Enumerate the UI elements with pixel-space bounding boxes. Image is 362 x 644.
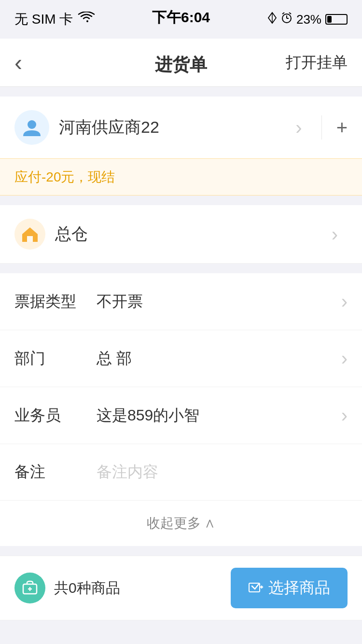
supplier-avatar bbox=[14, 110, 49, 145]
add-supplier-button[interactable]: + bbox=[336, 117, 348, 139]
invoice-label: 票据类型 bbox=[14, 291, 82, 312]
remark-row[interactable]: 备注 备注内容 bbox=[0, 444, 362, 500]
svg-point-5 bbox=[28, 120, 36, 129]
invoice-value: 不开票 bbox=[82, 291, 341, 312]
status-time: 下午6:04 bbox=[152, 8, 210, 28]
supplier-row[interactable]: 河南供应商22 › + bbox=[0, 97, 362, 158]
staff-row[interactable]: 业务员 这是859的小智 › bbox=[0, 387, 362, 444]
product-icon bbox=[14, 573, 45, 603]
dept-arrow-icon: › bbox=[341, 348, 348, 369]
vertical-divider bbox=[321, 115, 322, 140]
wifi-icon bbox=[78, 12, 95, 28]
warehouse-icon bbox=[14, 219, 45, 250]
page-title: 进货单 bbox=[155, 53, 207, 77]
warehouse-name: 总仓 bbox=[55, 223, 332, 245]
status-carrier: 无 SIM 卡 bbox=[14, 10, 95, 28]
product-count-area: 共0种商品 bbox=[14, 573, 120, 603]
staff-arrow-icon: › bbox=[341, 405, 348, 426]
battery-icon bbox=[325, 14, 348, 25]
form-card: 票据类型 不开票 › 部门 总 部 › 业务员 这是859的小智 › 备注 备注… bbox=[0, 273, 362, 546]
back-button[interactable]: ‹ bbox=[14, 49, 43, 76]
carrier-text: 无 SIM 卡 bbox=[14, 10, 73, 28]
battery-percent: 23% bbox=[296, 12, 321, 27]
staff-value: 这是859的小智 bbox=[82, 405, 341, 426]
invoice-type-row[interactable]: 票据类型 不开票 › bbox=[0, 273, 362, 330]
top-divider bbox=[0, 87, 362, 97]
bottom-bar: 共0种商品 选择商品 bbox=[0, 556, 362, 620]
department-row[interactable]: 部门 总 部 › bbox=[0, 330, 362, 387]
nav-bar: ‹ 进货单 打开挂单 bbox=[0, 39, 362, 87]
warehouse-row[interactable]: 总仓 › bbox=[0, 205, 362, 264]
invoice-arrow-icon: › bbox=[341, 291, 348, 312]
divider-3 bbox=[0, 264, 362, 273]
notice-text: 应付-20元，现结 bbox=[14, 169, 115, 184]
warehouse-arrow-icon: › bbox=[332, 224, 338, 245]
dept-value: 总 部 bbox=[82, 348, 341, 369]
dept-label: 部门 bbox=[14, 348, 82, 369]
location-icon bbox=[267, 12, 277, 28]
warehouse-card: 总仓 › bbox=[0, 205, 362, 264]
divider-2 bbox=[0, 196, 362, 205]
remark-placeholder[interactable]: 备注内容 bbox=[82, 462, 348, 483]
status-bar: 无 SIM 卡 下午6:04 23% bbox=[0, 0, 362, 39]
select-product-button[interactable]: 选择商品 bbox=[231, 568, 348, 608]
open-pending-button[interactable]: 打开挂单 bbox=[286, 52, 348, 73]
remark-label: 备注 bbox=[14, 462, 82, 483]
svg-rect-6 bbox=[27, 236, 33, 242]
supplier-name: 河南供应商22 bbox=[59, 116, 295, 139]
page-background bbox=[0, 620, 362, 644]
status-right: 23% bbox=[267, 12, 348, 28]
staff-label: 业务员 bbox=[14, 405, 82, 426]
supplier-arrow-icon: › bbox=[295, 117, 302, 139]
select-product-label: 选择商品 bbox=[268, 577, 330, 599]
collapse-row[interactable]: 收起更多 ∧ bbox=[0, 500, 362, 546]
svg-line-3 bbox=[282, 13, 284, 14]
notice-banner: 应付-20元，现结 bbox=[0, 158, 362, 196]
collapse-label: 收起更多 ∧ bbox=[147, 514, 216, 532]
product-count-text: 共0种商品 bbox=[54, 578, 120, 598]
alarm-icon bbox=[281, 12, 292, 28]
svg-line-4 bbox=[289, 13, 291, 14]
supplier-card: 河南供应商22 › + 应付-20元，现结 bbox=[0, 97, 362, 196]
